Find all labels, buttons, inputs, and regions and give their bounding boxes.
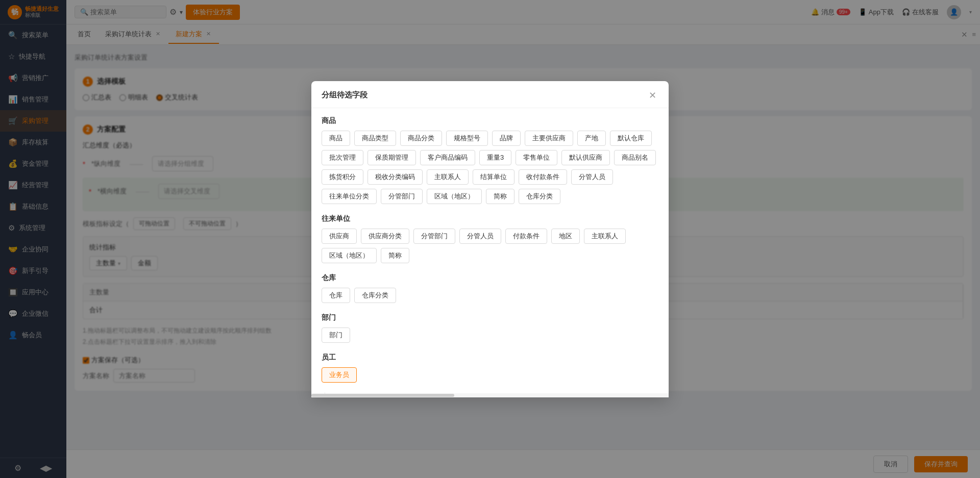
chip-origin[interactable]: 产地 (577, 131, 606, 146)
field-group-partner-title: 往来单位 (322, 214, 658, 223)
chip-region[interactable]: 区域（地区） (427, 189, 482, 204)
horizontal-scroll-thumb (311, 394, 454, 397)
chip-payment-terms[interactable]: 收付款条件 (519, 169, 567, 185)
chip-product[interactable]: 商品 (322, 131, 350, 146)
field-select-modal: 分组待选字段 ✕ 商品 商品 商品类型 商品分类 规格型号 品牌 主要供应商 产… (311, 81, 669, 397)
chip-default-warehouse[interactable]: 默认仓库 (610, 131, 652, 146)
chip-supplier-cat[interactable]: 供应商分类 (361, 229, 409, 244)
chip-retail-unit[interactable]: 零售单位 (516, 150, 557, 165)
field-group-employee-title: 员工 (322, 353, 658, 362)
field-group-product-title: 商品 (322, 116, 658, 125)
chip-salesperson[interactable]: 业务员 (322, 367, 357, 383)
dept-chips: 部门 (322, 328, 658, 343)
chip-default-supplier[interactable]: 默认供应商 (561, 150, 610, 165)
field-group-product: 商品 商品 商品类型 商品分类 规格型号 品牌 主要供应商 产地 默认仓库 批次… (322, 116, 658, 204)
field-group-warehouse: 仓库 仓库 仓库分类 (322, 273, 658, 303)
chip-product-category[interactable]: 商品分类 (400, 131, 442, 146)
chip-dept[interactable]: 分管部门 (381, 189, 423, 204)
chip-product-type[interactable]: 商品类型 (354, 131, 396, 146)
chip-supplier[interactable]: 供应商 (322, 229, 357, 244)
modal-overlay: 分组待选字段 ✕ 商品 商品 商品类型 商品分类 规格型号 品牌 主要供应商 产… (0, 0, 980, 478)
chip-department[interactable]: 部门 (322, 328, 350, 343)
chip-abbr2[interactable]: 简称 (381, 248, 409, 263)
chip-tax-code[interactable]: 税收分类编码 (368, 169, 423, 185)
chip-main-supplier[interactable]: 主要供应商 (525, 131, 573, 146)
field-group-dept: 部门 部门 (322, 313, 658, 343)
field-group-dept-title: 部门 (322, 313, 658, 322)
chip-warehouse-cat[interactable]: 仓库分类 (519, 189, 560, 204)
modal-horizontal-scrollbar[interactable] (311, 393, 669, 397)
chip-main-contact2[interactable]: 主联系人 (584, 229, 626, 244)
chip-weight3[interactable]: 重量3 (479, 150, 511, 165)
chip-shelf-life[interactable]: 保质期管理 (368, 150, 416, 165)
chip-manage-dept[interactable]: 分管部门 (413, 229, 455, 244)
chip-manager-person[interactable]: 分管人员 (571, 169, 613, 185)
chip-area[interactable]: 地区 (551, 229, 580, 244)
modal-header: 分组待选字段 ✕ (311, 81, 669, 108)
warehouse-chips: 仓库 仓库分类 (322, 288, 658, 303)
chip-region2[interactable]: 区域（地区） (322, 248, 377, 263)
field-group-warehouse-title: 仓库 (322, 273, 658, 283)
chip-warehouse[interactable]: 仓库 (322, 288, 350, 303)
chip-payment-cond[interactable]: 付款条件 (505, 229, 547, 244)
chip-batch[interactable]: 批次管理 (322, 150, 363, 165)
chip-abbr[interactable]: 简称 (486, 189, 514, 204)
employee-chips: 业务员 (322, 367, 658, 383)
chip-warehouse-category[interactable]: 仓库分类 (354, 288, 396, 303)
product-chips: 商品 商品类型 商品分类 规格型号 品牌 主要供应商 产地 默认仓库 批次管理 … (322, 131, 658, 204)
modal-close-button[interactable]: ✕ (646, 89, 658, 102)
chip-spec-model[interactable]: 规格型号 (446, 131, 488, 146)
modal-title: 分组待选字段 (322, 90, 368, 100)
field-group-partner: 往来单位 供应商 供应商分类 分管部门 分管人员 付款条件 地区 主联系人 区域… (322, 214, 658, 263)
field-group-employee: 员工 业务员 (322, 353, 658, 383)
chip-main-contact[interactable]: 主联系人 (427, 169, 469, 185)
chip-partner-category[interactable]: 往来单位分类 (322, 189, 377, 204)
modal-body: 商品 商品 商品类型 商品分类 规格型号 品牌 主要供应商 产地 默认仓库 批次… (311, 108, 669, 393)
chip-manage-person[interactable]: 分管人员 (459, 229, 501, 244)
chip-pick-score[interactable]: 拣货积分 (322, 169, 363, 185)
chip-settlement-unit[interactable]: 结算单位 (473, 169, 514, 185)
partner-chips: 供应商 供应商分类 分管部门 分管人员 付款条件 地区 主联系人 区域（地区） … (322, 229, 658, 263)
chip-customer-code[interactable]: 客户商品编码 (420, 150, 475, 165)
chip-brand[interactable]: 品牌 (492, 131, 521, 146)
chip-product-alias[interactable]: 商品别名 (614, 150, 656, 165)
